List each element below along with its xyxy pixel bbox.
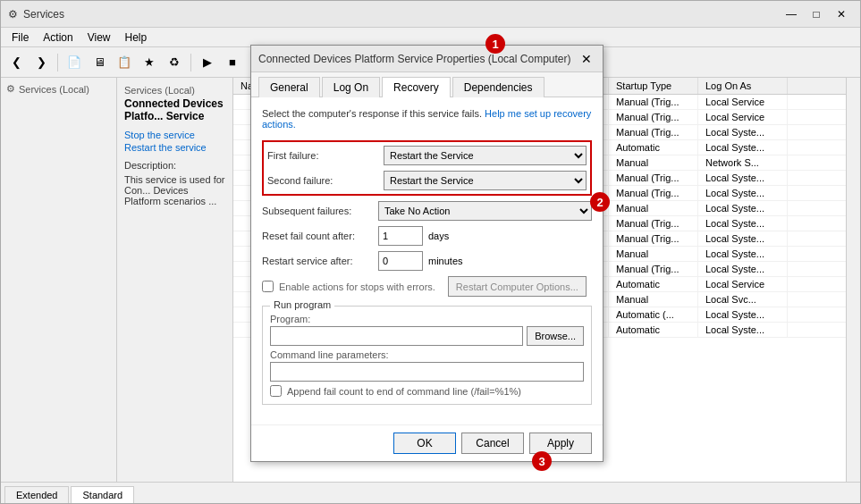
toolbar-btn-4[interactable]: ★ (138, 51, 161, 74)
second-failure-select[interactable]: Restart the Service (384, 171, 587, 190)
col-logon: Log On As (698, 78, 788, 94)
cell-startup: Manual (Trig... (609, 110, 698, 124)
cell-logon: Local Syste... (698, 323, 788, 337)
cell-startup: Manual (Trig... (609, 125, 698, 139)
reset-input[interactable] (378, 226, 423, 246)
tab-dependencies[interactable]: Dependencies (452, 77, 544, 97)
tab-standard[interactable]: Standard (71, 486, 134, 503)
browse-button[interactable]: Browse... (527, 326, 584, 346)
forward-button[interactable]: ❯ (30, 51, 53, 74)
menu-view[interactable]: View (80, 29, 118, 46)
cell-logon: Local Syste... (698, 125, 788, 139)
cell-logon: Local Syste... (698, 231, 788, 246)
toolbar-sep-1 (57, 54, 58, 71)
cell-logon: Local Syste... (698, 140, 788, 155)
ok-button[interactable]: OK (393, 433, 456, 454)
subsequent-label: Subsequent failures: (262, 206, 378, 216)
restart-input[interactable] (378, 251, 423, 271)
cell-startup: Automatic (609, 277, 698, 291)
cell-startup: Manual (Trig... (609, 95, 698, 109)
toolbar-btn-3[interactable]: 📋 (113, 51, 136, 74)
cell-startup: Automatic (... (609, 307, 698, 322)
stop-service-link[interactable]: Stop the service (124, 130, 195, 140)
append-label: Append fail count to end of command line… (287, 386, 521, 397)
subsequent-select[interactable]: Take No Action (378, 201, 592, 221)
cell-logon: Local Service (698, 277, 788, 291)
cell-startup: Manual (Trig... (609, 262, 698, 276)
dialog-close-button[interactable]: ✕ (578, 51, 595, 67)
failure-section: First failure: Restart the Service Secon… (262, 140, 592, 196)
cell-startup: Manual (609, 292, 698, 307)
cell-logon: Local Service (698, 110, 788, 124)
close-button[interactable]: ✕ (830, 5, 853, 23)
append-row: Append fail count to end of command line… (270, 385, 584, 397)
cell-logon: Local Syste... (698, 216, 788, 231)
tab-general[interactable]: General (258, 77, 320, 97)
title-bar: ⚙ Services — □ ✕ (1, 1, 860, 28)
cell-startup: Manual (609, 155, 698, 170)
enable-stops-label: Enable actions for stops with errors. (279, 281, 435, 292)
restart-unit: minutes (428, 256, 463, 266)
subsequent-row: Subsequent failures: Take No Action (262, 201, 592, 221)
reset-unit: days (428, 231, 449, 241)
program-input[interactable] (270, 326, 523, 346)
cell-logon: Local Syste... (698, 201, 788, 215)
reset-label: Reset fail count after: (262, 231, 378, 241)
apply-button[interactable]: Apply (529, 433, 592, 454)
toolbar-btn-2[interactable]: 🖥 (88, 51, 111, 74)
toolbar-btn-7[interactable]: ■ (221, 51, 244, 74)
toolbar-btn-5[interactable]: ♻ (163, 51, 186, 74)
window-icon: ⚙ (8, 8, 18, 21)
service-info-panel: Services (Local) Connected Devices Platf… (117, 78, 233, 482)
menu-help[interactable]: Help (118, 29, 155, 46)
back-button[interactable]: ❮ (4, 51, 28, 74)
program-row: Browse... (270, 326, 584, 346)
run-program-group: Run program Program: Browse... Command l… (262, 306, 592, 405)
menu-action[interactable]: Action (36, 29, 80, 46)
gear-icon: ⚙ (6, 83, 15, 95)
restart-after-label: Restart service after: (262, 256, 378, 266)
restart-service-link[interactable]: Restart the service (124, 142, 207, 153)
bottom-tabs: Extended Standard (1, 482, 860, 503)
toolbar-btn-1[interactable]: 📄 (63, 51, 86, 74)
cell-startup: Manual (Trig... (609, 216, 698, 231)
tab-logon[interactable]: Log On (322, 77, 380, 97)
minimize-button[interactable]: — (780, 5, 803, 23)
dialog-buttons: OK Cancel Apply (251, 424, 603, 461)
cell-logon: Local Syste... (698, 247, 788, 261)
cell-startup: Manual (Trig... (609, 171, 698, 185)
restart-row: Restart service after: minutes (262, 251, 592, 271)
cell-logon: Local Syste... (698, 186, 788, 200)
cell-startup: Automatic (609, 140, 698, 155)
first-failure-label: First failure: (267, 150, 384, 161)
main-wrapper: ⚙ Services — □ ✕ File Action View Help ❮… (0, 0, 861, 504)
enable-stops-checkbox[interactable] (262, 281, 274, 292)
scrollbar[interactable] (846, 78, 860, 482)
append-checkbox[interactable] (270, 385, 282, 397)
dialog-tabs: General Log On Recovery Dependencies (251, 72, 603, 97)
cmd-label: Command line parameters: (270, 349, 584, 360)
first-failure-row: First failure: Restart the Service (267, 146, 587, 165)
toolbar-sep-2 (190, 54, 191, 71)
window-title: Services (23, 8, 64, 21)
service-description: Description: This service is used for Co… (124, 160, 225, 206)
toolbar-btn-6[interactable]: ▶ (196, 51, 219, 74)
cancel-button[interactable]: Cancel (461, 433, 524, 454)
service-panel-title: Services (Local) (124, 85, 225, 96)
cell-startup: Manual (Trig... (609, 186, 698, 200)
cell-startup: Manual (609, 201, 698, 215)
menu-file[interactable]: File (4, 29, 36, 46)
properties-dialog: Connected Devices Platform Service Prope… (250, 45, 604, 462)
maximize-button[interactable]: □ (805, 5, 828, 23)
program-label: Program: (270, 314, 584, 324)
cmd-input[interactable] (270, 362, 584, 382)
first-failure-select[interactable]: Restart the Service (384, 146, 587, 165)
tab-recovery[interactable]: Recovery (382, 77, 451, 97)
cell-startup: Manual (Trig... (609, 231, 698, 246)
enable-stops-row: Enable actions for stops with errors. Re… (262, 276, 592, 297)
dialog-title: Connected Devices Platform Service Prope… (258, 53, 570, 65)
cell-logon: Network S... (698, 155, 788, 170)
nav-services-local: ⚙ Services (Local) (6, 83, 111, 95)
tab-extended[interactable]: Extended (4, 486, 69, 503)
run-program-label: Run program (270, 299, 334, 310)
